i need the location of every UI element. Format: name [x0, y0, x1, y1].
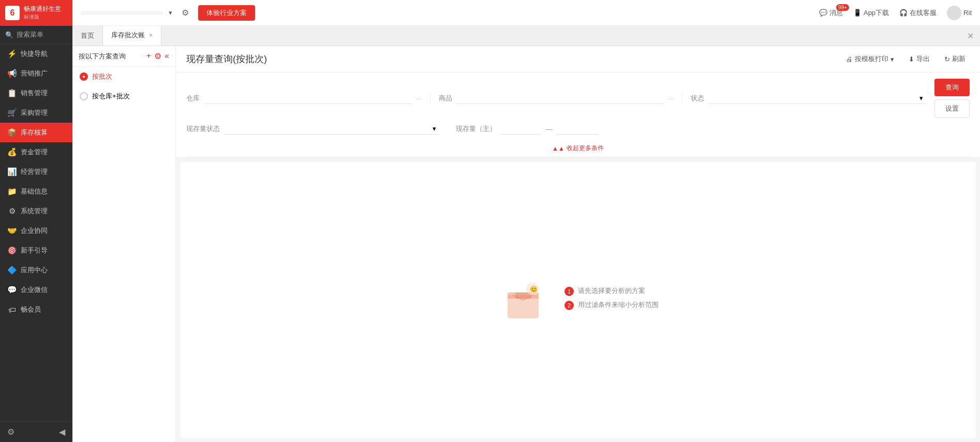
app-name: 畅康通好生意	[24, 5, 61, 13]
status-select[interactable]: ▾	[708, 93, 926, 104]
product-input[interactable]	[456, 93, 664, 104]
scheme-item-warehouse-batch[interactable]: ○ 按仓库+批次	[72, 86, 175, 106]
empty-illustration: 😊	[497, 274, 549, 326]
sidebar-item-purchase[interactable]: 🛒 采购管理	[0, 103, 72, 123]
stock-status-select[interactable]: ▾	[224, 123, 439, 135]
hint-text-1: 请先选择要分析的方案	[578, 286, 645, 296]
topbar-settings-icon[interactable]: ⚙	[177, 5, 193, 21]
stock-status-filter: 现存量状态 ▾	[186, 123, 448, 135]
sidebar-item-finance[interactable]: 💰 资金管理	[0, 142, 72, 162]
sidebar-item-label: 企业协同	[21, 226, 48, 235]
stock-status-chevron-icon: ▾	[433, 125, 436, 132]
online-service-button[interactable]: 🎧 在线客服	[899, 8, 937, 18]
warehouse-input[interactable]	[204, 93, 412, 104]
scheme-item-batch[interactable]: ● 按批次	[72, 67, 175, 86]
enterprise-icon: 🤝	[7, 226, 17, 235]
hint-num-2: 2	[565, 301, 574, 310]
app-logo: 6	[5, 6, 20, 20]
sidebar-item-member[interactable]: 🏷 畅会员	[0, 300, 72, 319]
sidebar-item-inventory[interactable]: 📦 库存核算	[0, 123, 72, 142]
hint-num-1: 1	[565, 287, 574, 296]
sidebar-item-basic-info[interactable]: 📁 基础信息	[0, 182, 72, 201]
scheme-dot-inactive: ○	[80, 92, 88, 100]
export-label: 导出	[916, 54, 930, 64]
empty-hint-2: 2 用过滤条件来缩小分析范围	[565, 300, 659, 310]
app-download-button[interactable]: 📱 App下载	[853, 8, 889, 18]
sidebar-item-operations[interactable]: 📊 经营管理	[0, 162, 72, 182]
svg-text:😊: 😊	[530, 285, 538, 293]
sidebar-item-label: 经营管理	[21, 167, 48, 176]
message-badge: 99+	[836, 4, 849, 11]
purchase-icon: 🛒	[7, 108, 17, 117]
export-button[interactable]: ⬇ 导出	[904, 52, 934, 66]
topbar-dropdown[interactable]: ▾	[169, 9, 172, 17]
sidebar-item-guide[interactable]: 🎯 新手引导	[0, 241, 72, 260]
app-download-label: App下载	[864, 8, 889, 18]
sales-icon: 📋	[7, 89, 17, 98]
operations-icon: 📊	[7, 167, 17, 176]
guide-icon: 🎯	[7, 246, 17, 255]
sidebar-item-label: 新手引导	[21, 246, 48, 255]
message-button[interactable]: 💬 消息 99+	[819, 8, 843, 18]
inventory-icon: 📦	[7, 128, 17, 137]
sidebar-item-enterprise[interactable]: 🤝 企业协同	[0, 221, 72, 241]
scheme-add-icon[interactable]: +	[146, 51, 151, 61]
global-close-button[interactable]: ✕	[961, 31, 980, 41]
online-service-label: 在线客服	[910, 8, 937, 18]
warehouse-more-icon[interactable]: ···	[416, 95, 422, 102]
scheme-panel: 按以下方案查询 + ⚙ « ● 按批次 ○ 按仓库+批次	[72, 46, 176, 442]
collapse-bar[interactable]: ▲▲ 收起更多条件	[186, 140, 970, 157]
sidebar-search[interactable]: 🔍 搜索菜单	[0, 26, 72, 44]
user-avatar-button[interactable]: Rit	[947, 6, 972, 20]
export-icon: ⬇	[909, 55, 914, 63]
sidebar-search-label: 搜索菜单	[17, 30, 43, 39]
scheme-settings-icon[interactable]: ⚙	[154, 51, 161, 61]
topbar-search-box	[81, 11, 164, 15]
query-button[interactable]: 查询	[934, 79, 970, 96]
status-filter: 状态 ▾	[682, 93, 926, 104]
sidebar-scroll: 🔍 搜索菜单 ⚡ 快捷导航 📢 营销推广 📋 销售管理 🛒 采购管理 📦 库存核…	[0, 26, 72, 421]
home-tab-label: 首页	[81, 31, 94, 40]
sidebar-item-label: 快捷导航	[21, 49, 48, 58]
page-title: 现存量查询(按批次)	[186, 53, 267, 65]
chevron-down-icon: ▾	[169, 9, 172, 17]
stock-quantity-min-input[interactable]	[500, 123, 542, 135]
member-icon: 🏷	[7, 305, 17, 314]
status-chevron-icon: ▾	[919, 94, 923, 102]
refresh-button[interactable]: ↻ 刷新	[940, 52, 970, 66]
sidebar-item-quick-nav[interactable]: ⚡ 快捷导航	[0, 44, 72, 64]
message-icon: 💬	[819, 9, 827, 17]
warehouse-filter: 仓库 ···	[186, 93, 430, 104]
sidebar-item-app-center[interactable]: 🔷 应用中心	[0, 260, 72, 280]
stock-status-label: 现存量状态	[186, 124, 220, 134]
content-area: 按以下方案查询 + ⚙ « ● 按批次 ○ 按仓库+批次 现存量查询(按批次)	[72, 46, 980, 442]
settings-button[interactable]: 设置	[934, 99, 970, 118]
stock-quantity-filter: 现存量（主） —	[448, 123, 717, 135]
footer-settings-icon[interactable]: ⚙	[7, 427, 14, 437]
sidebar-item-wechat[interactable]: 💬 企业微信	[0, 280, 72, 300]
wechat-icon: 💬	[7, 285, 17, 294]
scheme-header-actions: + ⚙ «	[146, 51, 169, 61]
footer-collapse-icon[interactable]: ◀	[59, 427, 65, 437]
sidebar-item-marketing[interactable]: 📢 营销推广	[0, 64, 72, 83]
product-more-icon[interactable]: ···	[669, 95, 674, 102]
page-header-actions: 🖨 按模板打印 ▾ ⬇ 导出 ↻ 刷新	[842, 52, 970, 66]
tab-close-button[interactable]: ×	[149, 32, 153, 39]
scheme-collapse-icon[interactable]: «	[165, 51, 169, 61]
tab-home[interactable]: 首页	[72, 26, 103, 46]
warehouse-label: 仓库	[186, 94, 200, 103]
trial-button[interactable]: 体验行业方案	[198, 5, 255, 21]
avatar	[947, 6, 961, 20]
print-button[interactable]: 🖨 按模板打印 ▾	[842, 52, 898, 66]
sidebar-item-sales[interactable]: 📋 销售管理	[0, 83, 72, 103]
sidebar-item-system[interactable]: ⚙ 系统管理	[0, 201, 72, 221]
hint-text-2: 用过滤条件来缩小分析范围	[578, 300, 659, 310]
product-filter: 商品 ···	[430, 93, 683, 104]
stock-quantity-max-input[interactable]	[557, 123, 598, 135]
filter-area: 仓库 ··· 商品 ··· 状态 ▾	[176, 72, 980, 158]
tab-inventory-batch[interactable]: 库存批次账 ×	[103, 26, 161, 46]
empty-state: 😊 1 请先选择要分析的方案 2 用过滤条件来缩小分析范围	[180, 162, 976, 438]
quick-nav-icon: ⚡	[7, 49, 17, 58]
sidebar-item-label: 企业微信	[21, 285, 48, 294]
print-dropdown-icon: ▾	[890, 55, 894, 63]
